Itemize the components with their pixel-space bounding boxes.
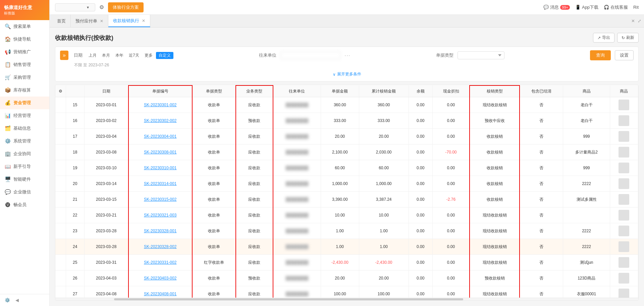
td-date: 2023-03-04 <box>84 129 128 144</box>
expand-more-button[interactable]: ∨ 展开更多条件 <box>60 70 634 78</box>
td-cash-discount: -70.00 <box>433 144 470 160</box>
td-bill-no[interactable]: SK-20230310-001 <box>128 160 192 176</box>
td-bill-no[interactable]: SK-20230328-002 <box>128 239 192 255</box>
messages-button[interactable]: 💬 消息 99+ <box>543 4 570 10</box>
td-partner: ████████ <box>273 207 321 223</box>
sidebar-item-corp[interactable]: 🏢 企业协同 <box>0 147 49 160</box>
td-balance: 0.00 <box>409 286 433 298</box>
workspace-dropdown[interactable]: ▾ <box>55 3 95 11</box>
sidebar-item-purchase[interactable]: 🛒 采购管理 <box>0 71 49 84</box>
this-year-button[interactable]: 本年 <box>113 52 125 59</box>
collapse-icon[interactable]: ◀ <box>15 298 19 303</box>
query-button[interactable]: 查询 <box>590 50 611 60</box>
td-bill-no[interactable]: SK-20230308-001 <box>128 144 192 160</box>
maximize-icon[interactable]: ✕ <box>631 18 635 23</box>
td-balance: 0.00 <box>409 176 433 192</box>
tab-home[interactable]: 首页 <box>52 15 71 27</box>
sidebar-item-member[interactable]: 🅥 畅会员 <box>0 198 49 211</box>
sidebar-item-finance[interactable]: 💰 资金管理 <box>0 97 49 109</box>
td-bill-no[interactable]: SK-20230403-002 <box>128 270 192 286</box>
bill-type-select[interactable] <box>458 51 504 59</box>
td-bill-no[interactable]: SK-20230331-002 <box>128 255 192 270</box>
th-gear[interactable]: ⚙ <box>55 85 66 97</box>
sidebar-item-device[interactable]: 🖥️ 智能硬件 <box>0 173 49 186</box>
td-cash-discount: -2.76 <box>433 192 470 207</box>
sidebar-item-system[interactable]: ⚙️ 系统管理 <box>0 135 49 147</box>
sidebar-item-shortcut[interactable]: 🏠 快捷导航 <box>0 33 49 46</box>
custom-date-button[interactable]: 自定义 <box>156 52 173 59</box>
home-icon: 🏠 <box>5 36 11 42</box>
th-cash-discount: 现金折扣 <box>433 85 470 97</box>
td-bill-no[interactable]: SK-20230302-002 <box>128 113 192 129</box>
table-row: 19 2023-03-10 SK-20230310-001 收款单 应收款 ██… <box>55 160 638 176</box>
tab-prepay[interactable]: 预付应付单 ✕ <box>71 15 108 27</box>
td-amount: 60.00 <box>321 160 359 176</box>
td-include-settled: 否 <box>520 97 563 113</box>
td-bill-no[interactable]: SK-20230314-001 <box>128 176 192 192</box>
date-range-display: 不限 至 2023-07-26 <box>74 62 109 68</box>
more-date-button[interactable]: 更多 <box>143 52 155 59</box>
sidebar-item-marketing[interactable]: 📢 营销推广 <box>0 46 49 58</box>
expand-left-button[interactable]: » <box>60 51 68 60</box>
partner-input[interactable] <box>280 51 341 59</box>
td-goods: 2222 <box>563 176 610 192</box>
user-menu[interactable]: Rit <box>633 5 639 10</box>
td-bill-no[interactable]: SK-20230315-002 <box>128 192 192 207</box>
tab-collection[interactable]: 收款核销执行 ✕ <box>108 15 150 27</box>
table-scroll-area[interactable]: ⚙ 日期 单据编号 单据类型 业务类型 往来单位 单据金额 累计核销金额 余额 … <box>55 85 638 298</box>
sidebar-item-wechat[interactable]: 💬 企业微信 <box>0 186 49 198</box>
header-right: 💬 消息 99+ 📱 App下载 🎧 在线客服 Rit <box>543 4 639 10</box>
table-scrollbar[interactable] <box>55 298 638 300</box>
td-amount: 100.00 <box>321 286 359 298</box>
settings-button[interactable]: 设置 <box>615 50 634 60</box>
operation-icon: 📊 <box>5 113 11 119</box>
app-download-button[interactable]: 📱 App下载 <box>575 4 598 10</box>
main-content: ▾ ⚙ 体验行业方案 💬 消息 99+ 📱 App下载 🎧 在线客服 Rit <box>50 0 644 306</box>
sidebar-item-guide[interactable]: 📖 新手引导 <box>0 160 49 173</box>
sidebar-logo: 畅康道好生意 标推版 <box>0 0 49 20</box>
filter-dots: ··· <box>345 53 351 58</box>
last-month-button[interactable]: 上月 <box>87 52 99 59</box>
td-goods: 老白干 <box>563 97 610 113</box>
last-7days-button[interactable]: 近7天 <box>127 52 141 59</box>
td-bill-no[interactable]: SK-20230301-002 <box>128 97 192 113</box>
sidebar-item-basic[interactable]: 🗂️ 基础信息 <box>0 122 49 135</box>
td-date: 2023-03-15 <box>84 192 128 207</box>
sidebar-item-sales[interactable]: 📋 销售管理 <box>0 58 49 71</box>
date-filter-label: 日期 <box>74 52 83 58</box>
sidebar-item-inventory[interactable]: 📦 库存核算 <box>0 84 49 97</box>
td-include-settled: 否 <box>520 223 563 239</box>
td-bill-no[interactable]: SK-20230321-003 <box>128 207 192 223</box>
td-gear <box>55 144 66 160</box>
td-total-offset: 1,000.00 <box>359 176 409 192</box>
close-icon[interactable]: ✕ <box>142 18 145 23</box>
filter-bar: » 日期 上月 本月 本年 近7天 更多 自定义 往来单位 ··· 单据类型 <box>55 47 639 81</box>
td-gear <box>55 255 66 270</box>
settings-icon[interactable]: ⚙️ <box>5 298 10 303</box>
support-button[interactable]: 🎧 在线客服 <box>604 4 628 10</box>
goods-thumbnail <box>619 194 629 205</box>
sidebar-item-operation[interactable]: 📊 经营管理 <box>0 109 49 122</box>
sidebar-item-search[interactable]: 🔍 搜索菜单 <box>0 20 49 33</box>
td-bill-no[interactable]: SK-20230304-001 <box>128 129 192 144</box>
solution-button[interactable]: 体验行业方案 <box>108 2 144 12</box>
export-button[interactable]: ↗ 导出 <box>593 33 614 43</box>
th-total-offset: 累计核销金额 <box>359 85 409 97</box>
refresh-button[interactable]: ↻ 刷新 <box>617 33 639 43</box>
td-bill-no[interactable]: SK-20230408-001 <box>128 286 192 298</box>
td-biz-type: 应收款 <box>236 223 273 239</box>
td-offset-type: 现结收款核销 <box>470 97 520 113</box>
table-row: 18 2023-03-08 SK-20230308-001 收款单 应收款 ██… <box>55 144 638 160</box>
restore-icon[interactable]: ⤢ <box>638 18 641 23</box>
td-bill-type: 收款单 <box>192 129 236 144</box>
td-goods: 999 <box>563 129 610 144</box>
td-index: 25 <box>66 255 85 270</box>
close-icon[interactable]: ✕ <box>100 19 103 23</box>
bill-type-label: 单据类型 <box>436 52 453 58</box>
this-month-button[interactable]: 本月 <box>100 52 112 59</box>
gear-icon[interactable]: ⚙ <box>99 4 104 10</box>
td-index: 22 <box>66 207 85 223</box>
td-bill-no[interactable]: SK-20230328-001 <box>128 223 192 239</box>
td-cash-discount: 0.00 <box>433 270 470 286</box>
system-icon: ⚙️ <box>5 138 11 144</box>
